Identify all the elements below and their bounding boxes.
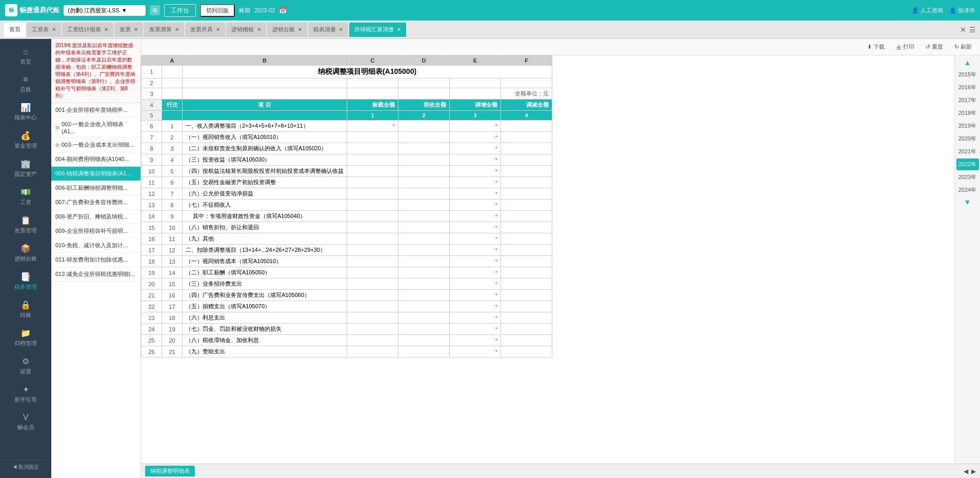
sidebar-item-member[interactable]: V 畅会员	[0, 409, 51, 435]
year-item-2015[interactable]: 2015年	[956, 69, 979, 81]
num-cell[interactable]	[347, 177, 398, 188]
item-label[interactable]: （八）销售折扣、折让和退回	[183, 222, 347, 233]
num-cell[interactable]	[347, 166, 398, 177]
cell-3-a[interactable]	[162, 88, 183, 99]
num-cell[interactable]: *	[450, 256, 501, 267]
tab-salary[interactable]: 工资表 ✕	[27, 23, 61, 37]
item-label[interactable]: （六）利息支出	[183, 312, 347, 324]
left-item-002[interactable]: ⊘ 002-一般企业收入明细表(A1...	[51, 117, 141, 138]
num-cell[interactable]	[398, 200, 450, 211]
tab-invoice-issue[interactable]: 发票开具 ✕	[185, 23, 225, 37]
num-cell[interactable]	[501, 335, 552, 346]
tab-home[interactable]: 首页	[4, 23, 26, 37]
tab-salary-close[interactable]: ✕	[52, 27, 56, 32]
tab-close-all-button[interactable]: ✕	[960, 26, 966, 34]
left-item-009[interactable]: 009-企业所得税弥补亏损明...	[51, 224, 141, 238]
num-cell[interactable]: *	[450, 267, 501, 278]
cell-2-d[interactable]	[398, 78, 450, 88]
num-cell[interactable]	[347, 335, 398, 346]
num-cell[interactable]	[398, 143, 450, 154]
num-cell[interactable]	[398, 324, 450, 335]
item-label[interactable]: （三）投资收益（填写A105030）	[183, 154, 347, 166]
left-item-004[interactable]: 004-期间费用明细表(A1040...	[51, 152, 141, 167]
num-cell[interactable]	[501, 267, 552, 278]
bottom-tab-tax-adjust[interactable]: 纳税调整明细表	[145, 466, 195, 476]
num-cell[interactable]	[501, 301, 552, 312]
num-cell[interactable]	[398, 166, 450, 177]
cell-2-e[interactable]	[450, 78, 501, 88]
num-cell[interactable]	[501, 290, 552, 301]
num-cell[interactable]	[398, 177, 450, 188]
tab-purchase-ledger-close[interactable]: ✕	[298, 27, 302, 32]
num-cell[interactable]	[347, 278, 398, 290]
tab-tax-settlement[interactable]: 所得税汇算清缴 ✕	[349, 23, 406, 37]
cell-2-b[interactable]	[183, 78, 347, 88]
num-cell[interactable]	[398, 278, 450, 290]
year-nav-up[interactable]: ▲	[963, 57, 972, 68]
cell-2-f[interactable]	[501, 78, 552, 88]
num-cell[interactable]	[347, 256, 398, 267]
num-cell[interactable]	[347, 211, 398, 222]
num-cell[interactable]	[501, 278, 552, 290]
item-label[interactable]: （三）业务招待费支出	[183, 278, 347, 290]
num-cell[interactable]	[501, 188, 552, 200]
num-cell[interactable]	[398, 121, 450, 132]
item-label[interactable]: （七）不征税收入	[183, 200, 347, 211]
item-label[interactable]: （五）交易性金融资产初始投资调整	[183, 177, 347, 188]
scroll-left-icon[interactable]: ◀	[964, 468, 968, 475]
num-cell[interactable]	[347, 188, 398, 200]
calendar-icon[interactable]: 📅	[279, 7, 287, 14]
sidebar-item-general[interactable]: ≡ 总账	[0, 71, 51, 97]
sidebar-item-purchase[interactable]: 📦 进销台账	[0, 240, 51, 267]
num-cell[interactable]: *	[347, 121, 398, 132]
tab-tax-settlement-close[interactable]: ✕	[397, 27, 401, 32]
num-cell[interactable]	[501, 233, 552, 245]
num-cell[interactable]: *	[450, 335, 501, 346]
num-cell[interactable]: *	[450, 324, 501, 335]
num-cell[interactable]	[347, 312, 398, 324]
year-item-2016[interactable]: 2016年	[956, 82, 979, 93]
tab-tax-list[interactable]: 税表清册 ✕	[308, 23, 348, 37]
num-cell[interactable]	[398, 154, 450, 166]
tab-purchase-ledger[interactable]: 进销台账 ✕	[267, 23, 307, 37]
num-cell[interactable]: *	[450, 290, 501, 301]
year-item-2020[interactable]: 2020年	[956, 133, 979, 145]
num-cell[interactable]	[398, 245, 450, 256]
num-cell[interactable]	[398, 335, 450, 346]
tab-salary-report[interactable]: 工资统计报表 ✕	[62, 23, 113, 37]
left-item-007[interactable]: 007-广告费和业务宣传费跨...	[51, 195, 141, 210]
company-selector[interactable]: (勿删) 江西股室-LSS ▼	[64, 5, 146, 16]
left-item-008[interactable]: 008-资产折旧、摊销及纳税...	[51, 210, 141, 224]
cell-1-a[interactable]	[162, 66, 183, 78]
left-item-005[interactable]: 005-纳税调整项目明细表(A1...	[51, 167, 141, 181]
num-cell[interactable]: *	[450, 222, 501, 233]
sidebar-item-close[interactable]: 🔒 结账	[0, 296, 51, 323]
num-cell[interactable]	[501, 143, 552, 154]
item-label[interactable]: （四）按权益法核算长期股权投资对初始投资成本调整确认收益	[183, 166, 347, 177]
year-nav-down[interactable]: ▼	[963, 197, 972, 207]
workbench-button[interactable]: 工作台	[164, 4, 196, 17]
tab-tax-list-close[interactable]: ✕	[339, 27, 343, 32]
num-cell[interactable]	[398, 188, 450, 200]
cell-3-c[interactable]	[347, 88, 398, 99]
left-item-001[interactable]: 001-企业所得税年度纳税申...	[51, 103, 141, 117]
tab-purchase-check-close[interactable]: ✕	[257, 27, 261, 32]
left-item-003[interactable]: ⊘ 003-一般企业成本支出明细...	[51, 138, 141, 152]
year-item-2017[interactable]: 2017年	[956, 94, 979, 106]
num-cell[interactable]: *	[450, 200, 501, 211]
scroll-right-icon[interactable]: ▶	[971, 468, 976, 475]
item-label[interactable]: （四）广告费和业务宣传费支出（填写A105060）	[183, 290, 347, 301]
num-cell[interactable]	[501, 346, 552, 357]
num-cell[interactable]	[347, 245, 398, 256]
tab-invoice-calc-close[interactable]: ✕	[175, 27, 179, 32]
consult-button[interactable]: 👤 人工咨询	[912, 7, 943, 14]
num-cell[interactable]	[347, 200, 398, 211]
refresh-button[interactable]: ↻ 刷新	[951, 42, 975, 52]
tab-invoice-issue-close[interactable]: ✕	[216, 27, 220, 32]
tab-menu-button[interactable]: ☰	[969, 26, 976, 34]
year-item-2019[interactable]: 2019年	[956, 120, 979, 132]
sidebar-item-tax[interactable]: 📑 税务管理	[0, 268, 51, 295]
num-cell[interactable]	[501, 177, 552, 188]
print-button[interactable]: 🖨 打印	[893, 42, 917, 52]
item-label[interactable]: （九）赞助支出	[183, 346, 347, 357]
